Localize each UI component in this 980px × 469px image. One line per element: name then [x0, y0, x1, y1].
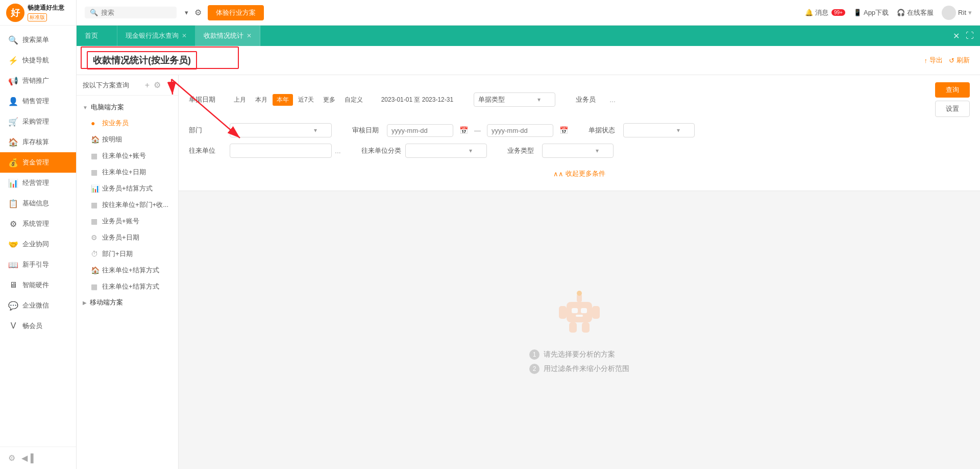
quick-icon: ⚡: [8, 55, 18, 65]
sidebar-item-guide[interactable]: 📖 新手引导: [0, 254, 76, 275]
notifications-btn[interactable]: 🔔 消息 99+: [805, 8, 845, 17]
date-tab-last-month[interactable]: 上月: [230, 94, 250, 106]
document-status-select[interactable]: ▾: [623, 123, 695, 137]
tree-item-salesperson-date[interactable]: ⚙ 业务员+日期: [77, 229, 178, 246]
tree-item-salesperson-account[interactable]: ▦ 业务员+账号: [77, 213, 178, 229]
tree-item-salesperson-date-label: 业务员+日期: [102, 233, 139, 242]
sidebar-item-wechat[interactable]: 💬 企业微信: [0, 295, 76, 316]
date-tab-this-year[interactable]: 本年: [273, 94, 293, 106]
review-date-start-input[interactable]: [387, 124, 453, 137]
export-button[interactable]: ↑ 导出: [924, 56, 943, 65]
svg-rect-3: [576, 315, 583, 317]
document-type-select[interactable]: 单据类型 ▾: [474, 92, 555, 107]
sidebar-item-marketing[interactable]: 📢 营销推广: [0, 71, 76, 91]
add-scheme-icon[interactable]: +: [145, 81, 150, 90]
tree-item-unit-date[interactable]: ▦ 往来单位+日期: [77, 164, 178, 180]
salesperson-label: 业务员: [576, 95, 606, 104]
tree-item-unit-settlement2[interactable]: ▦ 往来单位+结算方式: [77, 278, 178, 295]
topbar-gear-icon[interactable]: ⚙: [194, 8, 202, 17]
sidebar-item-basic[interactable]: 📋 基础信息: [0, 193, 76, 214]
sidebar-item-purchase[interactable]: 🛒 采购管理: [0, 111, 76, 132]
svg-rect-7: [592, 306, 600, 319]
trial-button[interactable]: 体验行业方案: [208, 5, 264, 20]
search-input[interactable]: [101, 9, 162, 16]
tab-home[interactable]: 首页: [77, 26, 117, 46]
tree-group-pc-header[interactable]: ▼ 电脑端方案: [77, 100, 178, 115]
topbar: 🔍 ▾ ⚙ 体验行业方案 🔔 消息 99+ 📱 App下载 🎧 在线客服 Rit: [77, 0, 980, 26]
bell-icon: 🔔: [805, 9, 813, 16]
refresh-button[interactable]: ↺ 刷新: [949, 56, 970, 65]
sidebar-item-operation[interactable]: 📊 经营管理: [0, 173, 76, 193]
counterpart-select[interactable]: [230, 144, 332, 158]
tree-item-unit-settlement1[interactable]: 🏠 往来单位+结算方式: [77, 262, 178, 278]
tab-home-label: 首页: [85, 31, 98, 40]
sidebar-item-sales[interactable]: 👤 销售管理: [0, 91, 76, 111]
collapse-button[interactable]: ∧∧ 收起更多条件: [553, 169, 605, 178]
sidebar-item-inventory-label: 库存核算: [22, 137, 49, 147]
online-service-btn[interactable]: 🎧 在线客服: [897, 8, 934, 17]
sidebar-collapse-icon[interactable]: ◀▐: [21, 453, 33, 463]
filter-row-2: 部门 ▾ 审核日期 📅 — 📅: [189, 123, 970, 137]
business-type-select[interactable]: ▾: [542, 144, 614, 158]
settings-button[interactable]: 设置: [935, 101, 970, 117]
sidebar-item-search[interactable]: 🔍 搜索菜单: [0, 30, 76, 50]
sidebar-item-corp[interactable]: 🤝 企业协同: [0, 234, 76, 254]
sidebar-item-system[interactable]: ⚙ 系统管理: [0, 214, 76, 234]
counterpart-more-icon[interactable]: ...: [335, 147, 341, 155]
sales-icon: 👤: [8, 96, 18, 106]
hint-num-1: 1: [529, 349, 540, 360]
sidebar-item-guide-label: 新手引导: [22, 260, 49, 269]
scheme-settings-icon[interactable]: ⚙: [154, 80, 161, 90]
tab-bank-close-icon[interactable]: ✕: [182, 32, 187, 39]
sidebar-item-quick[interactable]: ⚡ 快捷导航: [0, 50, 76, 71]
counterpart-category-select[interactable]: ▾: [405, 144, 487, 158]
sidebar-item-corp-label: 企业协同: [22, 240, 49, 249]
salesperson-more-icon[interactable]: ...: [609, 96, 616, 104]
review-date-end-input[interactable]: [487, 124, 553, 137]
tab-receipt-close-icon[interactable]: ✕: [247, 32, 252, 39]
app-download-btn[interactable]: 📱 App下载: [853, 8, 889, 17]
hint-text-1: 请先选择要分析的方案: [544, 350, 615, 359]
page-title: 收款情况统计(按业务员): [87, 51, 197, 69]
tab-receipt[interactable]: 收款情况统计 ✕: [195, 26, 260, 46]
sidebar-item-inventory[interactable]: 🏠 库存核算: [0, 132, 76, 152]
tree-item-unit-account[interactable]: ▦ 往来单位+账号: [77, 148, 178, 164]
guide-icon: 📖: [8, 260, 18, 270]
tree-group-mobile-header[interactable]: ▶ 移动端方案: [77, 295, 178, 310]
tree-item-by-salesperson-label: 按业务员: [102, 119, 129, 128]
finance-icon: 💰: [8, 157, 18, 168]
sidebar-item-search-label: 搜索菜单: [22, 35, 49, 44]
svg-point-5: [577, 291, 582, 296]
tree-item-salesperson-settlement[interactable]: 📊 业务员+结算方式: [77, 180, 178, 197]
tree-item-dept-date[interactable]: ⏱ 部门+日期: [77, 246, 178, 262]
scheme-collapse-icon[interactable]: 《: [165, 81, 172, 90]
counterpart-category-label: 往来单位分类: [361, 146, 401, 155]
tab-bank[interactable]: 现金银行流水查询 ✕: [117, 26, 195, 46]
tree-item-unit-dept[interactable]: ▦ 按往来单位+部门+收...: [77, 197, 178, 213]
main: 🔍 ▾ ⚙ 体验行业方案 🔔 消息 99+ 📱 App下载 🎧 在线客服 Rit: [77, 0, 980, 469]
calendar-end-icon[interactable]: 📅: [559, 126, 568, 134]
tabbar-close-icon[interactable]: ✕: [953, 31, 960, 41]
date-tab-7days[interactable]: 近7天: [294, 94, 318, 106]
calendar-start-icon[interactable]: 📅: [459, 126, 468, 134]
user-area[interactable]: Rit ▾: [942, 6, 972, 20]
collapse-row: ∧∧ 收起更多条件: [189, 164, 970, 183]
topbar-dropdown-icon[interactable]: ▾: [185, 9, 188, 16]
counterpart-label: 往来单位: [189, 146, 219, 155]
sidebar-settings-icon[interactable]: ⚙: [8, 453, 15, 463]
query-button[interactable]: 查询: [935, 82, 970, 98]
user-dropdown-icon: ▾: [968, 9, 972, 16]
date-tab-this-month[interactable]: 本月: [251, 94, 272, 106]
date-tab-custom[interactable]: 自定义: [340, 94, 367, 106]
sidebar-item-finance[interactable]: 💰 资金管理: [0, 152, 76, 173]
topbar-search-box[interactable]: 🔍: [85, 7, 177, 18]
dept-select[interactable]: ▾: [230, 123, 332, 137]
tabbar-expand-icon[interactable]: ⛶: [966, 31, 974, 40]
sidebar-item-hardware[interactable]: 🖥 智能硬件: [0, 275, 76, 295]
tree-item-by-detail[interactable]: 🏠 按明细: [77, 131, 178, 148]
tabbar-right: ✕ ⛶: [947, 26, 980, 46]
sidebar-item-wechat-label: 企业微信: [22, 301, 49, 310]
date-tab-more[interactable]: 更多: [319, 94, 339, 106]
sidebar-item-member[interactable]: V 畅会员: [0, 316, 76, 336]
tree-item-by-salesperson[interactable]: ● 按业务员: [77, 115, 178, 131]
